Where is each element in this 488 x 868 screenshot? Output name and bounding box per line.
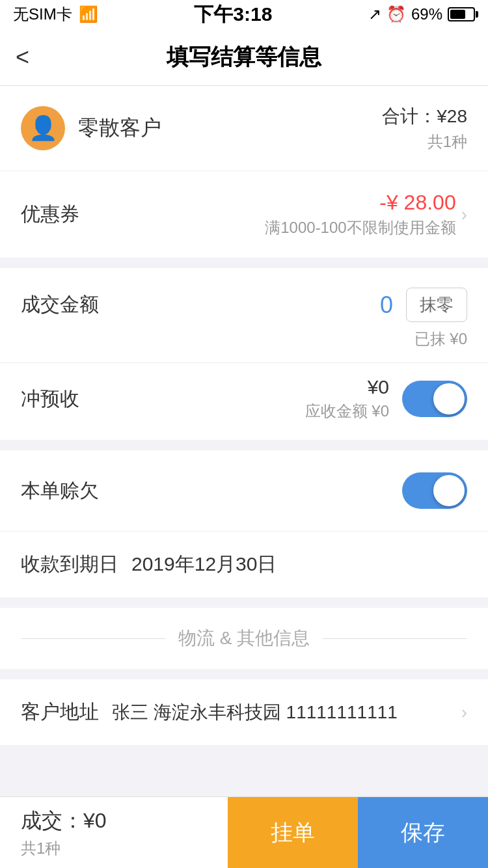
logistics-line-right [323, 638, 467, 639]
debt-toggle-knob [433, 475, 465, 506]
bottom-bar: 成交：¥0 共1种 挂单 保存 [0, 796, 488, 868]
debt-row: 本单赊欠 [0, 450, 488, 531]
customer-row: 👤 零散客户 合计：¥28 共1种 [0, 86, 488, 170]
total-amount: 合计：¥28 [382, 104, 467, 129]
coupon-label: 优惠券 [21, 201, 79, 228]
prepay-amount: ¥0 [305, 376, 389, 398]
status-right: ↗ ⏰ 69% [368, 5, 475, 23]
battery-percent: 69% [411, 5, 442, 23]
coupon-right: -¥ 28.00 满1000-100不限制使用金额 [265, 191, 455, 238]
content-area: 👤 零散客户 合计：¥28 共1种 优惠券 -¥ 28.00 满1000-100… [0, 86, 488, 854]
bottom-count: 共1种 [21, 838, 207, 859]
deal-amount-value: 0 [380, 292, 393, 319]
status-left: 无SIM卡 📶 [13, 4, 98, 25]
deal-amount-label: 成交金额 [21, 292, 99, 318]
battery-icon [448, 7, 475, 21]
due-date-value: 2019年12月30日 [131, 551, 277, 578]
alarm-icon: ⏰ [386, 5, 406, 23]
prepay-receivable: 应收金额 ¥0 [305, 401, 389, 422]
total-count: 共1种 [382, 131, 467, 152]
save-button[interactable]: 保存 [358, 797, 488, 869]
back-button[interactable]: < [16, 44, 29, 71]
coupon-description: 满1000-100不限制使用金额 [265, 217, 455, 238]
bottom-spacer [0, 755, 488, 776]
address-row[interactable]: 客户地址 张三 海淀永丰科技园 11111111111 › [0, 679, 488, 745]
deal-section: 成交金额 0 抹零 已抹 ¥0 冲预收 ¥0 应收金额 ¥0 [0, 268, 488, 440]
customer-section: 👤 零散客户 合计：¥28 共1种 优惠券 -¥ 28.00 满1000-100… [0, 86, 488, 258]
coupon-amount: -¥ 28.00 [265, 191, 455, 215]
debt-section: 本单赊欠 收款到期日 2019年12月30日 [0, 450, 488, 597]
hold-button[interactable]: 挂单 [228, 797, 358, 869]
customer-left: 👤 零散客户 [21, 106, 161, 150]
deal-amount-row: 成交金额 0 抹零 [0, 268, 488, 329]
customer-name: 零散客户 [78, 114, 161, 142]
due-date-label: 收款到期日 [21, 551, 118, 578]
status-time: 下午3:18 [194, 1, 272, 28]
debt-label: 本单赊欠 [21, 478, 99, 504]
address-chevron-icon: › [461, 702, 467, 723]
location-icon: ↗ [368, 5, 381, 23]
coupon-row[interactable]: 优惠券 -¥ 28.00 满1000-100不限制使用金额 › [0, 170, 488, 258]
status-bar: 无SIM卡 📶 下午3:18 ↗ ⏰ 69% [0, 0, 488, 29]
prepay-row: 冲预收 ¥0 应收金额 ¥0 [0, 362, 488, 440]
logistics-section: 物流 & 其他信息 [0, 608, 488, 669]
avatar: 👤 [21, 106, 65, 150]
customer-summary: 合计：¥28 共1种 [382, 104, 467, 152]
round-zero-button[interactable]: 抹零 [406, 288, 467, 322]
prepay-toggle[interactable] [402, 381, 467, 417]
bottom-summary: 成交：¥0 共1种 [0, 807, 228, 859]
already-rounded-text: 已抹 ¥0 [0, 329, 488, 362]
carrier-label: 无SIM卡 [13, 4, 72, 25]
logistics-header: 物流 & 其他信息 [0, 608, 488, 669]
chevron-right-icon: › [461, 204, 467, 225]
debt-toggle[interactable] [402, 472, 467, 509]
wifi-icon: 📶 [79, 5, 98, 23]
due-date-row: 收款到期日 2019年12月30日 [0, 531, 488, 597]
address-section: 客户地址 张三 海淀永丰科技园 11111111111 › [0, 679, 488, 745]
address-label: 客户地址 [21, 699, 99, 726]
avatar-icon: 👤 [29, 115, 58, 142]
prepay-label: 冲预收 [21, 386, 79, 413]
bottom-deal-prefix: 成交： [21, 809, 83, 832]
deal-right: 0 抹零 [380, 288, 467, 322]
page-title: 填写结算等信息 [167, 42, 321, 72]
logistics-line-left [21, 638, 165, 639]
prepay-right: ¥0 应收金额 ¥0 [305, 376, 467, 422]
toggle-knob [433, 383, 465, 414]
battery-fill [450, 10, 465, 19]
logistics-header-text: 物流 & 其他信息 [178, 626, 310, 651]
nav-bar: < 填写结算等信息 [0, 29, 488, 86]
bottom-deal-row: 成交：¥0 [21, 807, 207, 835]
address-value: 张三 海淀永丰科技园 11111111111 [112, 700, 461, 725]
bottom-deal-amount: ¥0 [83, 809, 107, 832]
prepay-values: ¥0 应收金额 ¥0 [305, 376, 389, 422]
